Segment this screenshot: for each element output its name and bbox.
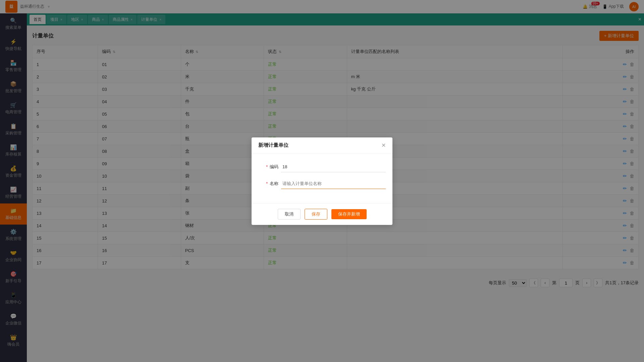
code-input[interactable] xyxy=(281,162,386,172)
modal-header: 新增计量单位 ✕ xyxy=(252,137,392,154)
name-label: * 名称 xyxy=(258,181,278,187)
name-input[interactable] xyxy=(281,178,386,189)
modal-title: 新增计量单位 xyxy=(258,142,288,148)
save-button[interactable]: 保存 xyxy=(305,209,327,220)
form-row-code: * 编码 xyxy=(258,162,386,172)
modal-footer: 取消 保存 保存并新增 xyxy=(252,203,392,225)
required-star-name: * xyxy=(266,181,268,186)
required-star-code: * xyxy=(266,164,268,169)
add-unit-modal: 新增计量单位 ✕ * 编码 * 名称 取消 保存 保存并新增 xyxy=(252,137,392,225)
form-row-name: * 名称 xyxy=(258,178,386,189)
cancel-button[interactable]: 取消 xyxy=(278,209,301,220)
modal-close-button[interactable]: ✕ xyxy=(381,142,386,148)
modal-overlay: 新增计量单位 ✕ * 编码 * 名称 取消 保存 保存并新增 xyxy=(0,0,644,362)
modal-body: * 编码 * 名称 xyxy=(252,154,392,203)
save-and-new-button[interactable]: 保存并新增 xyxy=(331,209,367,219)
code-label: * 编码 xyxy=(258,164,278,170)
